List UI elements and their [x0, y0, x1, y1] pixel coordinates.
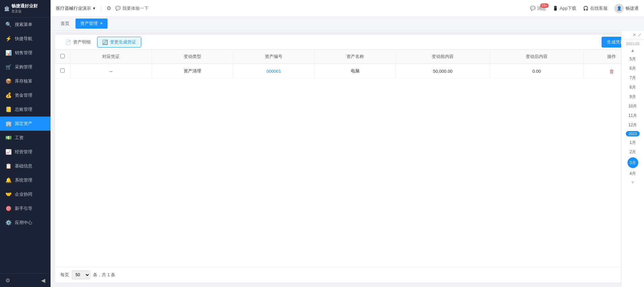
calendar-month-3-active[interactable]: 3月	[627, 157, 638, 168]
sidebar-item-purchase[interactable]: 🛒采购管理	[0, 60, 51, 74]
calendar-expand-icon[interactable]: ⤢	[638, 32, 641, 37]
row-before-change-0: 50,000.00	[396, 64, 490, 78]
calendar-nav-down-icon[interactable]: ▼	[631, 180, 635, 185]
sidebar-label-basic-info: 基础信息	[15, 163, 32, 169]
ledger-icon: 📒	[5, 106, 11, 113]
sidebar-label-quick-nav: 快捷导航	[15, 36, 32, 42]
sidebar-label-collab: 企业协同	[15, 191, 32, 197]
sidebar-item-app-center[interactable]: ⚙️应用中心	[0, 216, 51, 230]
sidebar-item-inventory[interactable]: 📦库存核算	[0, 74, 51, 88]
th-checkbox	[55, 50, 70, 64]
sidebar-item-quick-nav[interactable]: ⚡快捷导航	[0, 32, 51, 46]
calendar-month-7[interactable]: 7月	[621, 73, 644, 83]
app-download-btn[interactable]: 📱 App下载	[553, 5, 576, 11]
topbar-divider	[101, 5, 101, 12]
company-name: 医疗器械行业演示	[56, 5, 91, 11]
subtab-asset-detail[interactable]: 📄 资产明细	[60, 37, 96, 47]
sidebar-label-system: 系统管理	[15, 177, 32, 183]
calendar-nav-up[interactable]: ▲	[621, 46, 644, 54]
th-asset-code: 资产编号	[233, 50, 315, 64]
subtab-change-voucher-label: 变更生成凭证	[110, 39, 136, 45]
calendar-month-9[interactable]: 9月	[621, 92, 644, 101]
sidebar-item-fund[interactable]: 💰资金管理	[0, 88, 51, 102]
tab-home[interactable]: 首页	[56, 19, 74, 29]
company-selector[interactable]: 医疗器械行业演示 ▾	[56, 5, 95, 11]
app-download-icon: 📱	[553, 6, 558, 11]
th-after-change: 变动后内容	[490, 50, 584, 64]
topbar-right: 💬 消息 99+ 📱 App下载 🎧 在线客服 👤 畅捷通	[530, 4, 639, 13]
subtab-asset-detail-label: 资产明细	[73, 39, 91, 45]
fixed-asset-icon: 🏢	[5, 121, 11, 127]
calendar-month-6[interactable]: 6月	[621, 64, 644, 73]
app-download-label: App下载	[560, 5, 576, 11]
calendar-year-badge[interactable]: 2023	[626, 131, 639, 136]
per-page-label: 每页	[60, 272, 69, 278]
calendar-month-2[interactable]: 2月	[621, 147, 644, 157]
total-label: 条，共 1 条	[93, 272, 115, 278]
sidebar-label-app-center: 应用中心	[15, 220, 32, 226]
sidebar-bottom: ⚙ ◀	[0, 274, 51, 287]
sidebar-item-salary[interactable]: 💵工资	[0, 131, 51, 145]
basic-info-icon: 📋	[5, 163, 11, 169]
sidebar-logo: 🏦 畅捷通好业财 普及版	[0, 0, 51, 18]
subtab-change-voucher[interactable]: 🔄 变更生成凭证	[97, 37, 141, 47]
row-voucher-0: --	[70, 64, 152, 78]
tab-asset-management[interactable]: 资产管理 ✕	[75, 19, 108, 29]
sidebar-label-inventory: 库存核算	[15, 78, 32, 84]
sidebar-item-collab[interactable]: 🤝企业协同	[0, 187, 51, 201]
online-service-btn[interactable]: 🎧 在线客服	[583, 5, 608, 11]
sidebar-label-sales: 销售管理	[15, 50, 32, 56]
sidebar-item-operation[interactable]: 📈经营管理	[0, 145, 51, 159]
experience-label: 我要体验一下	[122, 5, 149, 11]
per-page-select[interactable]: 10 20 50 100	[72, 270, 90, 279]
calendar-month-10[interactable]: 10月	[621, 101, 644, 111]
calendar-month-11[interactable]: 11月	[621, 111, 644, 120]
calendar-panel-header: ✕ ⤢	[621, 30, 644, 40]
table-header-row: 对应凭证 变动类型 资产编号 资产名称 变动前内容 变动后内容 操作	[55, 50, 640, 64]
main-area: 医疗器械行业演示 ▾ ⚙ 💬 我要体验一下 💬 消息 99+ 📱 App下载 🎧…	[51, 0, 644, 287]
logo-edition: 普及版	[11, 9, 38, 14]
message-btn[interactable]: 💬 消息 99+	[530, 5, 546, 11]
calendar-scroll: 2023.03 ▲ 5月 6月 7月 8月 9月 10月 11月 12月 202…	[621, 40, 644, 287]
calendar-month-1[interactable]: 1月	[621, 138, 644, 147]
row-checkbox-0[interactable]	[60, 68, 65, 73]
purchase-icon: 🛒	[5, 64, 11, 70]
sidebar-item-system[interactable]: 🔔系统管理	[0, 173, 51, 187]
th-asset-name: 资产名称	[314, 50, 396, 64]
settings-icon[interactable]: ⚙	[5, 277, 10, 284]
message-badge: 99+	[540, 3, 549, 8]
sidebar-label-ledger: 总账管理	[15, 106, 32, 113]
content-panel: 📄 资产明细 🔄 变更生成凭证 生成凭证 ▾	[55, 34, 640, 283]
calendar-month-12[interactable]: 12月	[621, 120, 644, 130]
sidebar-label-purchase: 采购管理	[15, 64, 32, 70]
topbar-settings-icon[interactable]: ⚙	[106, 5, 111, 11]
sidebar-label-salary: 工资	[15, 135, 24, 141]
tabbar: 首页 资产管理 ✕	[51, 17, 644, 30]
calendar-month-4[interactable]: 4月	[621, 169, 644, 178]
sidebar-item-ledger[interactable]: 📒总账管理	[0, 102, 51, 117]
row-change-type-0: 资产清理	[152, 64, 233, 78]
username: 畅捷通	[625, 5, 639, 11]
topbar: 医疗器械行业演示 ▾ ⚙ 💬 我要体验一下 💬 消息 99+ 📱 App下载 🎧…	[51, 0, 644, 17]
sidebar-item-basic-info[interactable]: 📋基础信息	[0, 159, 51, 173]
experience-btn[interactable]: 💬 我要体验一下	[115, 5, 149, 11]
calendar-month-5[interactable]: 5月	[621, 54, 644, 64]
sidebar-item-sales[interactable]: 📊销售管理	[0, 46, 51, 60]
calendar-close-icon[interactable]: ✕	[633, 32, 636, 37]
tab-asset-management-label: 资产管理	[80, 21, 98, 27]
th-corresponding-voucher: 对应凭证	[70, 50, 152, 64]
collapse-icon[interactable]: ◀	[41, 277, 45, 284]
sidebar-item-fixed-asset[interactable]: 🏢固定资产	[0, 117, 51, 131]
sidebar-label-guide: 新手引导	[15, 205, 32, 212]
sidebar-item-search[interactable]: 🔍搜索菜单	[0, 18, 51, 32]
select-all-checkbox[interactable]	[60, 54, 65, 58]
delete-icon-0[interactable]: 🗑	[609, 68, 614, 74]
asset-detail-icon: 📄	[65, 39, 71, 45]
calendar-month-8[interactable]: 8月	[621, 83, 644, 92]
sidebar-label-fixed-asset: 固定资产	[15, 121, 32, 127]
user-btn[interactable]: 👤 畅捷通	[614, 4, 639, 13]
tab-close-icon[interactable]: ✕	[100, 21, 103, 26]
pagination-bar: 每页 10 20 50 100 条，共 1 条	[55, 267, 640, 283]
sidebar-item-guide[interactable]: 🎯新手引导	[0, 201, 51, 216]
search-icon: 🔍	[5, 22, 11, 28]
